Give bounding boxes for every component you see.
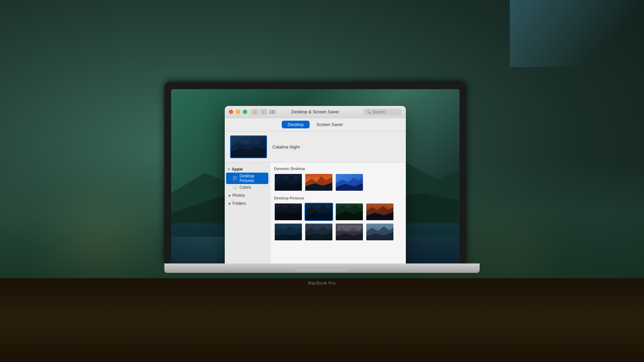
thumb-image — [275, 174, 302, 191]
grid-dot — [270, 110, 271, 112]
maximize-button[interactable] — [243, 110, 247, 114]
forward-button[interactable]: › — [260, 109, 267, 115]
window-title: Desktop & Screen Saver — [291, 109, 339, 114]
preview-area: Catalina Night — [225, 131, 406, 163]
thumb-dp-8[interactable] — [366, 223, 394, 241]
macbook-label: MacBook Pro — [308, 281, 336, 286]
sidebar-section-folders: ▶ Folders — [225, 199, 270, 207]
search-icon: 🔍 — [366, 110, 371, 114]
svg-point-1 — [235, 140, 261, 145]
preview-label: Catalina Night — [272, 144, 300, 149]
sidebar-section-apple: ▼ Apple Desktop Pictures Colors — [225, 165, 270, 191]
grid-dot — [272, 110, 273, 112]
window-nav: ‹ › — [251, 109, 267, 115]
section-label-dynamic: Dynamic Desktop — [274, 167, 402, 171]
thumb-dp-img-7 — [336, 224, 363, 240]
search-input[interactable] — [372, 110, 399, 114]
sidebar-item-colors-label: Colors — [239, 185, 251, 190]
sidebar-item-desktop-pictures-label: Desktop Pictures — [239, 174, 266, 183]
thumb-dp-7[interactable] — [335, 223, 364, 241]
section-label-desktop-pics: Desktop Pictures — [274, 196, 402, 200]
laptop-notch — [295, 268, 349, 272]
back-button[interactable]: ‹ — [251, 109, 259, 115]
sidebar-group-apple-label: Apple — [232, 167, 243, 172]
sidebar-item-colors[interactable]: Colors — [226, 184, 268, 191]
macos-window: ‹ › — [225, 106, 406, 263]
grid-dot — [274, 110, 275, 112]
thumb-dp-6[interactable] — [305, 223, 333, 241]
sidebar-group-photos-label: Photos — [232, 193, 245, 198]
sidebar-group-folders[interactable]: ▶ Folders — [226, 200, 268, 207]
grid-icon — [270, 110, 275, 114]
thumb-image-sunrise — [305, 174, 332, 191]
tab-desktop[interactable]: Desktop — [282, 121, 310, 128]
screen-display: ‹ › — [171, 89, 460, 263]
chevron-down-icon: ▼ — [227, 168, 230, 171]
thumb-dp-img-4 — [366, 203, 393, 220]
window-body: ▼ Apple Desktop Pictures Colors — [225, 163, 406, 263]
thumb-dp-5[interactable] — [274, 223, 303, 241]
dynamic-desktop-grid — [274, 173, 402, 191]
preview-image — [231, 136, 266, 158]
window-controls — [229, 110, 247, 114]
sidebar-group-photos[interactable]: ▶ Photos — [226, 192, 268, 199]
sidebar-section-photos: ▶ Photos — [225, 191, 270, 199]
thumb-dp-img-5 — [275, 224, 302, 240]
laptop: ‹ › — [164, 82, 480, 280]
tab-bar: Desktop Screen Saver — [225, 118, 406, 131]
bg-desk — [0, 278, 644, 362]
thumb-dynamic-sunrise[interactable] — [305, 173, 333, 191]
grid-dot — [272, 112, 273, 114]
thumb-dp-img-8 — [366, 224, 393, 240]
close-button[interactable] — [229, 110, 233, 114]
chevron-right-icon: ▶ — [229, 194, 231, 197]
thumb-dynamic-blue[interactable] — [335, 173, 364, 191]
thumb-dynamic-night[interactable] — [274, 173, 303, 191]
thumb-image-blue — [336, 174, 363, 191]
sidebar: ▼ Apple Desktop Pictures Colors — [225, 163, 270, 263]
laptop-label-area: MacBook Pro — [164, 273, 480, 280]
screen-bezel: ‹ › — [164, 82, 466, 263]
chevron-right-icon-folders: ▶ — [229, 202, 231, 205]
content-area: Dynamic Desktop — [270, 163, 406, 263]
thumb-dp-img-6 — [305, 224, 332, 240]
bg-top-gradient — [510, 0, 644, 67]
folder-icon — [233, 176, 237, 181]
minimize-button[interactable] — [236, 110, 240, 114]
search-box[interactable]: 🔍 — [364, 109, 402, 115]
sidebar-group-apple[interactable]: ▼ Apple — [225, 166, 270, 173]
thumb-dp-3[interactable] — [335, 203, 364, 221]
grid-dot — [274, 112, 275, 114]
sidebar-item-desktop-pictures[interactable]: Desktop Pictures — [226, 173, 268, 184]
laptop-wrapper: ‹ › — [164, 82, 480, 280]
tab-screensaver[interactable]: Screen Saver — [310, 121, 349, 128]
thumb-dp-2[interactable] — [305, 203, 333, 221]
preview-thumbnail — [230, 135, 267, 158]
svg-rect-12 — [337, 225, 361, 232]
laptop-base — [164, 263, 480, 273]
thumb-dp-img-3 — [336, 203, 363, 220]
thumb-dp-4[interactable] — [366, 203, 394, 221]
thumb-dp-1[interactable] — [274, 203, 303, 221]
desktop-pictures-grid — [274, 203, 402, 241]
window-titlebar: ‹ › — [225, 106, 406, 118]
grid-dot — [270, 112, 271, 114]
colors-icon — [233, 185, 237, 190]
thumb-dp-img-1 — [275, 203, 302, 220]
grid-view-button[interactable] — [269, 109, 276, 115]
sidebar-group-folders-label: Folders — [232, 201, 246, 206]
thumb-dp-img-2 — [305, 203, 332, 220]
